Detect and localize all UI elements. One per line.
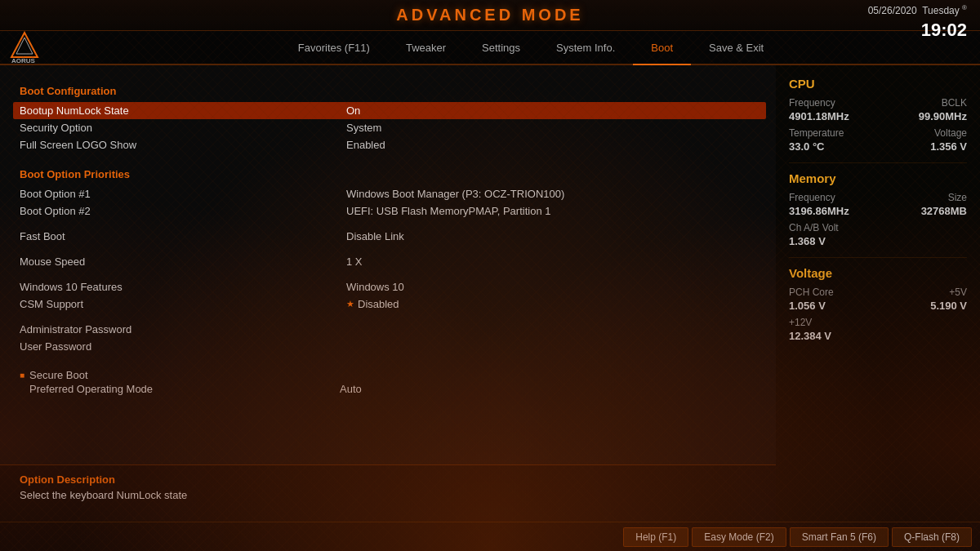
nav-favorites[interactable]: Favorites (F11) (280, 31, 388, 65)
nav-system-info[interactable]: System Info. (538, 31, 633, 65)
nav-tweaker[interactable]: Tweaker (388, 31, 464, 65)
header-datetime: 05/26/2020 Tuesday ® 19:02 (868, 3, 967, 43)
nav-save-exit[interactable]: Save & Exit (691, 31, 782, 65)
app-container: ADVANCED MODE 05/26/2020 Tuesday ® 19:02… (0, 0, 980, 551)
header-bar: ADVANCED MODE 05/26/2020 Tuesday ® 19:02 (0, 0, 980, 31)
header-time: 19:02 (868, 18, 967, 43)
nav-settings[interactable]: Settings (464, 31, 538, 65)
page-title: ADVANCED MODE (396, 6, 583, 24)
nav-boot[interactable]: Boot (633, 31, 691, 65)
header-date: 05/26/2020 Tuesday ® (868, 3, 967, 18)
bg-pattern (0, 0, 980, 551)
